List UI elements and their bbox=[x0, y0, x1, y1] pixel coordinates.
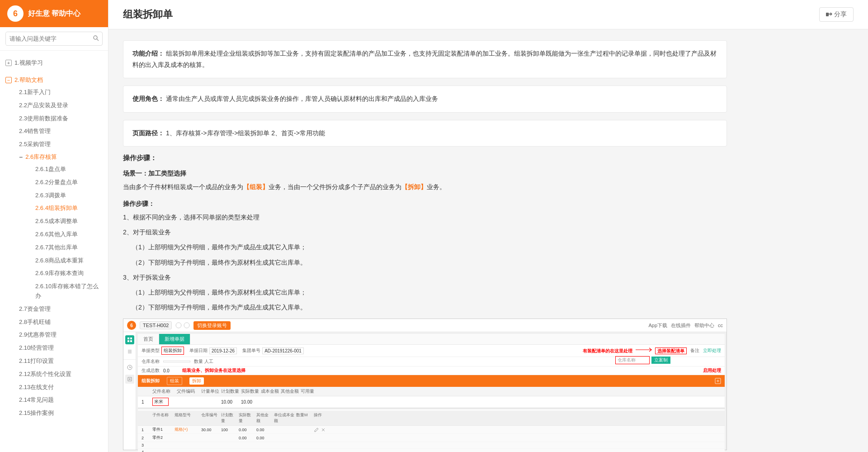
app-content-area: 首页 新增单据 单据类型 组装拆卸 单据日期 bbox=[136, 332, 726, 450]
sidebar-icon-1 bbox=[125, 335, 134, 344]
step3: 3、对于拆装业务 bbox=[123, 272, 727, 283]
search-button[interactable] bbox=[89, 32, 103, 45]
sidebar-item-2-6-8[interactable]: 2.6.8商品成本重算 bbox=[32, 254, 103, 267]
sidebar-item-2-6-9[interactable]: 2.6.9库存账本查询 bbox=[32, 267, 103, 280]
2-6-sub-items: 2.6.1盘点单 2.6.2分量盘点单 2.6.3调拨单 2.6.4组装拆卸单 … bbox=[15, 163, 103, 303]
svg-rect-5 bbox=[127, 338, 129, 339]
page-title: 组装拆卸单 bbox=[123, 8, 173, 21]
sidebar-item-2-7[interactable]: 2.7资金管理 bbox=[15, 303, 103, 316]
sidebar-item-2-10[interactable]: 2.10经营管理 bbox=[15, 342, 103, 355]
lower-table-header: 子件名称 规格型号 仓库编号 计划数量 实际数量 其他金额 单位成本金额 数量M… bbox=[138, 411, 725, 426]
sidebar-item-2-15[interactable]: 2.15操作案例 bbox=[15, 407, 103, 420]
step2b: （2）下部明细为子件明细，最终作为原材料生成其它出库单。 bbox=[132, 257, 727, 268]
search-input[interactable] bbox=[6, 33, 89, 45]
sidebar-item-2-3[interactable]: 2.3使用前数据准备 bbox=[15, 112, 103, 125]
upper-table-header: 父件名称 父件编码 计量单位 计划数量 实际数量 成本金额 其他金额 可用量 bbox=[138, 387, 725, 396]
app-id: TEST-H002 bbox=[140, 321, 172, 329]
app-left-sidebar bbox=[123, 332, 136, 450]
upper-table: 父件名称 父件编码 计量单位 计划数量 实际数量 成本金额 其他金额 可用量 bbox=[138, 387, 725, 409]
svg-point-3 bbox=[176, 323, 181, 328]
scene1-heading: 场景一：加工类型选择 bbox=[123, 170, 727, 178]
sidebar-item-2-6-10[interactable]: 2.6.10库存账本错了怎么办 bbox=[32, 280, 103, 303]
step2a: （1）上部明细为父件明细，最终作为产成品生成其它入库单； bbox=[132, 242, 727, 253]
annotation-area-1: 有装配清单的在这里处理 选择装配清单 备注 立即处理 bbox=[583, 347, 721, 354]
delete-icon bbox=[321, 427, 326, 433]
switch-account-btn: 切换登录账号 bbox=[193, 321, 231, 330]
sidebar-item-2-4[interactable]: 2.4销售管理 bbox=[15, 125, 103, 138]
icon-buttons bbox=[715, 378, 721, 384]
sidebar-item-2-6-2[interactable]: 2.6.2分量盘点单 bbox=[32, 176, 103, 189]
sidebar-icon-2 bbox=[125, 347, 134, 356]
app-content-inner: 首页 新增单据 单据类型 组装拆卸 单据日期 bbox=[138, 334, 725, 452]
share-button[interactable]: 分享 bbox=[819, 7, 854, 22]
role-text: 通常由生产人员或库管人员完成拆装业务的操作，库管人员确认原材料的出库和产成品的入… bbox=[166, 95, 438, 102]
function-intro-label: 功能介绍： bbox=[132, 50, 164, 57]
svg-rect-6 bbox=[130, 338, 132, 339]
annotation-1: 有装配清单的在这里处理 选择装配清单 bbox=[583, 347, 687, 354]
sidebar-item-2-6[interactable]: − 2.6库存核算 bbox=[15, 151, 103, 163]
sidebar-item-2-9[interactable]: 2.9优惠券管理 bbox=[15, 328, 103, 342]
arrow-icon-1 bbox=[636, 347, 654, 352]
edit-icon bbox=[314, 427, 319, 433]
sidebar-item-2-6-5[interactable]: 2.6.5成本调整单 bbox=[32, 215, 103, 228]
app-topbar: 6 TEST-H002 切换登录账号 App下载 在线插件 帮助中心 cc bbox=[123, 319, 726, 332]
sidebar-item-2-11[interactable]: 2.11打印设置 bbox=[15, 355, 103, 368]
topbar-right: App下载 在线插件 帮助中心 cc bbox=[648, 322, 723, 329]
sidebar-item-2-6-4[interactable]: 2.6.4组装拆卸单 bbox=[32, 202, 103, 215]
upper-table-row-1: 1 米米 10.00 10.00 bbox=[138, 396, 725, 408]
sidebar-item-2-5[interactable]: 2.5采购管理 bbox=[15, 138, 103, 151]
tab-new-doc: 新增单据 bbox=[159, 334, 190, 344]
path-block: 页面路径： 1、库存核算->库存管理->组装拆卸单 2、首页->常用功能 bbox=[123, 120, 727, 147]
sidebar-nav: + 1.视频学习 − 2.帮助文档 2.1新手入门 2.2产品安装及登录 2.3… bbox=[0, 51, 108, 452]
count-row: 生成总数 0.0 组装业务、拆卸业务在这里选择 启用处理 bbox=[138, 366, 725, 375]
main-content: 组装拆卸单 分享 功能介绍： 组装拆卸单用来处理企业组装或拆卸等加工业务，支持有… bbox=[108, 0, 868, 452]
path-text: 1、库存核算->库存管理->组装拆卸单 2、首页->常用功能 bbox=[166, 129, 325, 137]
scene1-steps-sub-heading: 操作步骤： bbox=[123, 200, 727, 208]
function-intro-text: 组装拆卸单用来处理企业组装或拆卸等加工业务，支持有固定装配清单的产品加工业务，也… bbox=[132, 50, 717, 68]
content-header: 组装拆卸单 分享 bbox=[108, 0, 868, 29]
svg-rect-2 bbox=[826, 13, 829, 16]
app-screenshot: 6 TEST-H002 切换登录账号 App下载 在线插件 帮助中心 cc bbox=[123, 319, 727, 450]
sidebar-item-video[interactable]: + 1.视频学习 bbox=[5, 57, 103, 69]
svg-line-1 bbox=[97, 39, 99, 41]
svg-rect-7 bbox=[127, 340, 129, 342]
svg-point-0 bbox=[94, 36, 97, 39]
screenshot-container: 6 TEST-H002 切换登录账号 App下载 在线插件 帮助中心 cc bbox=[123, 319, 727, 450]
function-intro-block: 功能介绍： 组装拆卸单用来处理企业组装或拆卸等加工业务，支持有固定装配清单的产品… bbox=[123, 40, 727, 78]
type-disassemble: 拆卸 bbox=[189, 377, 204, 385]
sidebar-item-2-14[interactable]: 2.14常见问题 bbox=[15, 394, 103, 407]
sidebar-item-2-6-1[interactable]: 2.6.1盘点单 bbox=[32, 163, 103, 176]
warehouse-search-box: 仓库名称 立案制 bbox=[615, 356, 670, 364]
step2: 2、对于组装业务 bbox=[123, 227, 727, 238]
warehouse-row: 仓库名称 数量 人工 仓库名称 立案制 bbox=[138, 357, 725, 366]
role-label: 使用角色： bbox=[132, 95, 164, 102]
app-topbar-logo: 6 bbox=[127, 321, 136, 330]
sidebar: 6 好生意 帮助中心 + 1.视频学习 − 2.帮助文档 bbox=[0, 0, 108, 452]
nav-section-video: + 1.视频学习 bbox=[0, 54, 108, 71]
sidebar-icon-4 bbox=[125, 375, 134, 384]
sidebar-item-2-8[interactable]: 2.8手机旺铺 bbox=[15, 316, 103, 329]
sidebar-item-2-2[interactable]: 2.2产品安装及登录 bbox=[15, 99, 103, 112]
sidebar-item-2-12[interactable]: 2.12系统个性化设置 bbox=[15, 368, 103, 381]
sidebar-item-2-6-6[interactable]: 2.6.6其他入库单 bbox=[32, 228, 103, 241]
app-title: 好生意 帮助中心 bbox=[28, 9, 80, 19]
sidebar-item-2-6-7[interactable]: 2.6.7其他出库单 bbox=[32, 241, 103, 254]
type-assemble: 组装 bbox=[167, 377, 182, 385]
sidebar-item-2-6-3[interactable]: 2.6.3调拨单 bbox=[32, 189, 103, 202]
step3b: （2）下部明细为子件明细，最终作为产成品生成其它入库单。 bbox=[132, 302, 727, 313]
annotation-4-area: 启用处理 bbox=[703, 367, 721, 374]
sidebar-item-2-13[interactable]: 2.13在线支付 bbox=[15, 381, 103, 394]
svg-rect-8 bbox=[130, 340, 132, 342]
step1: 1、根据不同的业务，选择不同单据的类型来处理 bbox=[123, 212, 727, 223]
docs-sub-items: 2.1新手入门 2.2产品安装及登录 2.3使用前数据准备 2.4销售管理 2.… bbox=[5, 86, 103, 420]
sidebar-item-docs[interactable]: − 2.帮助文档 bbox=[5, 74, 103, 86]
type-field: 单据类型 组装拆卸 单据日期 2019-12-26 集团单号 AD-201912… bbox=[142, 347, 304, 355]
sidebar-item-2-1[interactable]: 2.1新手入门 bbox=[15, 86, 103, 99]
role-block: 使用角色： 通常由生产人员或库管人员完成拆装业务的操作，库管人员确认原材料的出库… bbox=[123, 86, 727, 112]
nav-section-docs: − 2.帮助文档 2.1新手入门 2.2产品安装及登录 2.3使用前数据准备 2… bbox=[0, 71, 108, 423]
topbar-icons bbox=[175, 322, 190, 328]
collapse-icon: − bbox=[5, 77, 12, 83]
tab-home: 首页 bbox=[138, 334, 159, 344]
svg-point-4 bbox=[184, 323, 189, 328]
share-icon bbox=[826, 11, 832, 18]
